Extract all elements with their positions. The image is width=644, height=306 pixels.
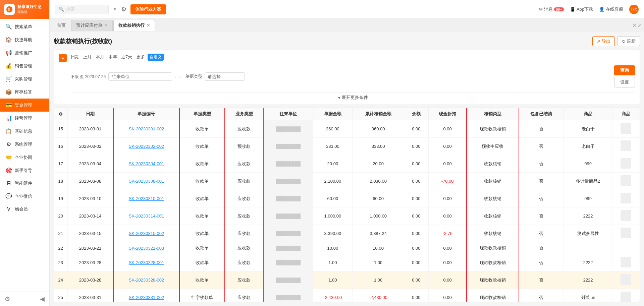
expand-more-button[interactable]: ▾ 展开更多条件: [71, 92, 635, 101]
online-service-label: 在线客服: [606, 6, 623, 12]
sidebar-item-search[interactable]: 🔍搜索菜单: [0, 20, 49, 33]
set-button[interactable]: 设置: [614, 77, 635, 87]
expand-more-icon: ▾: [338, 95, 340, 100]
sidebar-item-enterprise[interactable]: 🤝企业协同: [0, 151, 49, 164]
trial-button[interactable]: 体验行业方案: [130, 4, 166, 14]
sidebar-item-guide[interactable]: 🎯新手引导: [0, 164, 49, 177]
sidebar-item-finance[interactable]: 💳资金管理: [0, 99, 49, 112]
app-download-action[interactable]: 📱 App下载: [570, 6, 593, 12]
row-partner: ████████: [263, 254, 313, 271]
row-balance: 0.00: [404, 207, 428, 225]
date-7days[interactable]: 近7天: [120, 53, 133, 61]
voucher-link[interactable]: SK-20230321-003: [129, 246, 164, 251]
voucher-link[interactable]: SK-20230310-001: [129, 196, 164, 201]
voucher-link[interactable]: SK-20230314-001: [129, 213, 164, 219]
voucher-link[interactable]: SK-20230315-002: [129, 231, 164, 236]
row-cancel-type: 收款核销: [467, 225, 519, 242]
sidebar-item-sales[interactable]: 💰销售管理: [0, 59, 49, 72]
row-include-settled: 否: [519, 289, 564, 302]
export-button[interactable]: ↗ 导出: [592, 36, 615, 46]
settings-icon[interactable]: ⚙: [5, 295, 10, 303]
row-biz-type: 应收款: [225, 190, 263, 207]
date-more[interactable]: 更多: [135, 53, 146, 61]
table-row: 21 2023-03-15 SK-20230315-002 收款单 应收款 ██…: [54, 225, 640, 242]
dropdown-selector[interactable]: ▼: [113, 7, 117, 12]
sidebar-item-wechat[interactable]: 💬企业微信: [0, 190, 49, 203]
row-biz-type: 应收款: [225, 271, 263, 289]
voucher-link[interactable]: SK-20230301-002: [129, 126, 164, 131]
row-amount: 2,100.00: [313, 173, 353, 190]
close-window-icon[interactable]: ✕: [632, 22, 637, 28]
row-cash-discount: 0.00: [428, 207, 467, 225]
row-num: 17: [54, 155, 67, 173]
search-nav-icon: 🔍: [5, 23, 12, 30]
row-cash-discount: 0.00: [428, 271, 467, 289]
sidebar-item-inventory[interactable]: 📦库存核算: [0, 85, 49, 99]
global-search[interactable]: 🔍 搜索: [55, 5, 109, 14]
date-last-month[interactable]: 上月: [82, 53, 93, 61]
voucher-link[interactable]: SK-20230331-002: [129, 295, 164, 300]
gear-col-icon[interactable]: ⚙: [59, 112, 63, 117]
query-button[interactable]: 查询: [614, 65, 635, 75]
sidebar-item-purchase[interactable]: 🛒采购管理: [0, 72, 49, 85]
sidebar-item-member[interactable]: V畅会员: [0, 203, 49, 216]
voucher-link[interactable]: SK-20230308-001: [129, 179, 164, 184]
tab-collection[interactable]: 收款核销执行 ✕: [113, 20, 155, 31]
refresh-button[interactable]: ↻ 刷新: [618, 36, 640, 46]
messages-badge: 99+: [554, 7, 564, 11]
sidebar-item-operation[interactable]: 📊经营管理: [0, 112, 49, 125]
tab-collection-close[interactable]: ✕: [147, 23, 150, 28]
tab-home[interactable]: 首页: [52, 20, 70, 31]
row-verified-amount: 10.00: [353, 242, 404, 254]
page-actions: ↗ 导出 ↻ 刷新: [592, 36, 640, 46]
sidebar-item-hardware[interactable]: 🖥智能硬件: [0, 177, 49, 190]
voucher-link[interactable]: SK-20230328-001: [129, 260, 164, 265]
sidebar-item-system[interactable]: ⚙系统管理: [0, 138, 49, 151]
row-biz-type: 应收款: [225, 254, 263, 271]
col-verified-amount: 累计核销金额: [353, 108, 404, 120]
collapse-icon[interactable]: ◀: [40, 295, 45, 303]
row-cash-discount: 0.00: [428, 242, 467, 254]
col-gear[interactable]: ⚙: [54, 108, 67, 120]
sidebar-item-shortcuts[interactable]: 🏠快捷导航: [0, 33, 49, 46]
voucher-link[interactable]: SK-20230304-001: [129, 161, 164, 166]
date-custom[interactable]: 自定义: [148, 54, 164, 61]
user-avatar[interactable]: Rit: [629, 5, 639, 14]
sidebar-item-basic[interactable]: 📋基础信息: [0, 125, 49, 138]
row-biz-type: 应收款: [225, 155, 263, 173]
gear-icon[interactable]: ⚙: [121, 6, 126, 13]
messages-action[interactable]: ✉ 消息 99+: [539, 6, 564, 12]
row-product: 2222: [564, 271, 612, 289]
online-service-action[interactable]: 👤 在线客服: [599, 6, 623, 12]
row-product2: [612, 271, 640, 289]
date-this-month[interactable]: 本月: [94, 53, 106, 61]
voucher-link[interactable]: SK-20230302-002: [129, 144, 164, 149]
wechat-nav-label: 企业微信: [15, 193, 32, 199]
partner-input[interactable]: [108, 72, 172, 81]
voucher-type-select[interactable]: 请选择: [205, 72, 245, 81]
row-product: 多计量商品2: [564, 173, 612, 190]
filter-expand-button[interactable]: »: [59, 54, 67, 62]
sidebar-item-marketing[interactable]: 📢营销推广: [0, 46, 49, 59]
tab-payable[interactable]: 预计应应付单 ✕: [71, 20, 113, 31]
row-voucher-type: 收款单: [179, 242, 225, 254]
row-product: 测试jun: [564, 289, 612, 302]
row-cancel-type: 现款收款核销: [467, 254, 519, 271]
date-this-year[interactable]: 本年: [107, 53, 118, 61]
row-verified-amount: 2,030.00: [353, 173, 404, 190]
row-amount: 1.00: [313, 271, 353, 289]
row-include-settled: 否: [519, 271, 564, 289]
tab-payable-close[interactable]: ✕: [104, 23, 108, 28]
row-product: 2222: [564, 254, 612, 271]
table-row: 23 2023-03-28 SK-20230328-001 收款单 应收款 ██…: [54, 254, 640, 271]
row-voucher-no: SK-20230315-002: [113, 225, 180, 242]
wechat-nav-icon: 💬: [5, 193, 12, 199]
row-product: [564, 242, 612, 254]
row-amount: 20.00: [313, 155, 353, 173]
row-include-settled: 否: [519, 173, 564, 190]
voucher-link[interactable]: SK-20230328-002: [129, 278, 164, 283]
sales-nav-label: 销售管理: [15, 63, 32, 69]
row-voucher-type: 收款单: [179, 225, 225, 242]
row-biz-type: 应收款: [225, 242, 263, 254]
expand-icon[interactable]: ⤢: [637, 23, 641, 28]
